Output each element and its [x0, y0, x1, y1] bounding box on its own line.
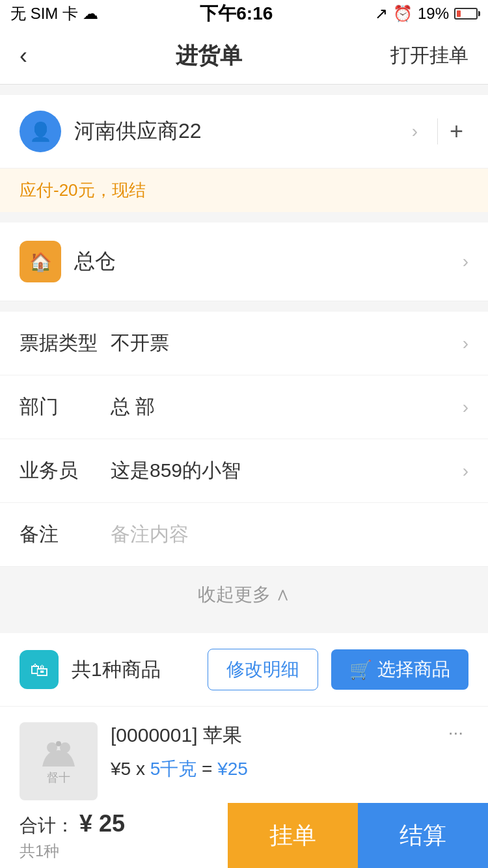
- status-left: 无 SIM 卡 ☁: [10, 3, 98, 24]
- collapse-toggle[interactable]: 收起更多 ∧: [0, 567, 488, 623]
- status-bar: 无 SIM 卡 ☁ 下午6:16 ↗ ⏰ 19%: [0, 0, 488, 27]
- open-pending-button[interactable]: 打开挂单: [390, 42, 468, 69]
- product-info: [0000001] 苹果 ¥5 x 5千克 = ¥25: [111, 722, 430, 781]
- product-header: 🛍 共1种商品 修改明细 🛒 选择商品: [0, 633, 488, 707]
- salesperson-row[interactable]: 业务员 这是859的小智 ›: [0, 439, 488, 503]
- select-cart-icon: 🛒: [349, 659, 372, 681]
- product-thumbnail: 督十: [20, 722, 98, 800]
- sim-status: 无 SIM 卡 ☁: [10, 3, 98, 24]
- total-label: 合计：: [20, 813, 74, 838]
- form-section: 票据类型 不开票 › 部门 总 部 › 业务员 这是859的小智 › 备注 备注…: [0, 312, 488, 567]
- price-x: x: [136, 759, 150, 779]
- warehouse-label: 总仓: [74, 247, 463, 276]
- product-item: 督十 [0000001] 苹果 ¥5 x 5千克 = ¥25 ···: [0, 707, 488, 817]
- cart-icon: 🛍: [30, 659, 48, 681]
- select-btn-label: 选择商品: [377, 657, 450, 682]
- department-value: 总 部: [111, 394, 452, 420]
- unit-price: ¥5: [111, 759, 131, 779]
- back-button[interactable]: ‹: [20, 42, 27, 70]
- section-gap-3: [0, 301, 488, 312]
- salesperson-chevron-icon: ›: [463, 461, 468, 481]
- suspend-button[interactable]: 挂单: [228, 803, 358, 868]
- product-price-line: ¥5 x 5千克 = ¥25: [111, 757, 430, 781]
- warehouse-chevron-icon: ›: [463, 251, 468, 272]
- nav-bar: ‹ 进货单 打开挂单: [0, 27, 488, 85]
- section-gap-1: [0, 85, 488, 95]
- department-chevron-icon: ›: [463, 397, 468, 418]
- ticket-type-label: 票据类型: [20, 330, 111, 357]
- total-line1: 合计： ¥ 25: [20, 810, 208, 838]
- ticket-type-row[interactable]: 票据类型 不开票 ›: [0, 312, 488, 375]
- warehouse-row[interactable]: 🏠 总仓 ›: [0, 223, 488, 301]
- battery-icon: [454, 8, 478, 20]
- vertical-divider: [437, 118, 438, 144]
- add-supplier-button[interactable]: +: [444, 118, 468, 145]
- bottom-bar: 合计： ¥ 25 共1种 挂单 结算: [0, 803, 488, 868]
- page-title: 进货单: [176, 41, 242, 71]
- checkout-button[interactable]: 结算: [358, 803, 488, 868]
- svg-point-2: [56, 741, 61, 746]
- department-label: 部门: [20, 394, 111, 420]
- supplier-chevron-icon: ›: [412, 121, 418, 142]
- ticket-type-value: 不开票: [111, 330, 452, 357]
- thumb-label: 督十: [47, 770, 70, 785]
- total-count: 共1种: [20, 841, 208, 861]
- status-right: ↗ ⏰ 19%: [375, 5, 478, 23]
- total-amount: ¥ 25: [79, 810, 125, 837]
- equals: =: [202, 759, 217, 779]
- product-count-label: 共1种商品: [72, 657, 195, 683]
- warehouse-icon: 🏠: [20, 241, 61, 282]
- supplier-avatar: 👤: [20, 111, 61, 152]
- location-icon: ↗: [375, 5, 388, 23]
- ticket-type-chevron-icon: ›: [463, 333, 468, 354]
- supplier-name[interactable]: 河南供应商22: [74, 117, 412, 146]
- remark-placeholder: 备注内容: [111, 521, 458, 548]
- total-area: 合计： ¥ 25 共1种: [0, 810, 228, 861]
- section-gap-2: [0, 212, 488, 223]
- select-product-button[interactable]: 🛒 选择商品: [331, 649, 468, 690]
- section-gap-4: [0, 623, 488, 633]
- product-name: [0000001] 苹果: [111, 722, 430, 749]
- subtotal: ¥25: [217, 759, 248, 779]
- supplier-row: 👤 河南供应商22 › +: [0, 95, 488, 169]
- warehouse-section: 🏠 总仓 ›: [0, 223, 488, 301]
- product-section-icon: 🛍: [20, 650, 59, 689]
- notice-text: 应付-20元，现结: [20, 180, 146, 200]
- salesperson-label: 业务员: [20, 457, 111, 484]
- notice-bar: 应付-20元，现结: [0, 169, 488, 212]
- remark-row[interactable]: 备注 备注内容: [0, 503, 488, 567]
- product-code: [0000001]: [111, 724, 197, 746]
- alarm-icon: ⏰: [393, 5, 413, 23]
- modify-detail-button[interactable]: 修改明细: [208, 649, 318, 690]
- supplier-section: 👤 河南供应商22 › + 应付-20元，现结: [0, 95, 488, 212]
- collapse-label: 收起更多 ∧: [198, 584, 291, 604]
- status-time: 下午6:16: [200, 1, 273, 26]
- avatar-icon: 👤: [29, 121, 52, 142]
- product-more-button[interactable]: ···: [443, 722, 468, 743]
- salesperson-value: 这是859的小智: [111, 457, 452, 484]
- department-row[interactable]: 部门 总 部 ›: [0, 375, 488, 439]
- battery-percent: 19%: [418, 5, 449, 23]
- quantity: 5千克: [150, 759, 197, 779]
- product-title: 苹果: [203, 724, 242, 746]
- product-thumb-placeholder: 督十: [39, 737, 78, 785]
- remark-label: 备注: [20, 521, 111, 548]
